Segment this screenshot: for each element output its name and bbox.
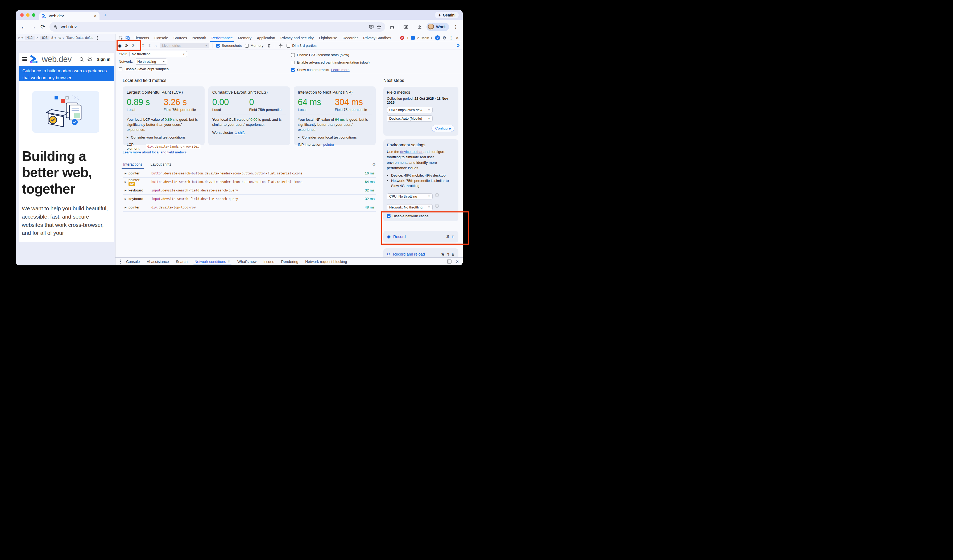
- network-throttle-select[interactable]: No throttling▼: [135, 59, 168, 65]
- info-icon[interactable]: i: [435, 193, 439, 197]
- drawer-close-icon[interactable]: ✕: [455, 259, 459, 264]
- css-selector-stats-checkbox[interactable]: Enable CSS selector stats (slow): [291, 53, 349, 57]
- custom-tracks-checkbox[interactable]: Show custom tracks Learn more: [291, 68, 349, 72]
- reload-button[interactable]: ⟳: [40, 24, 45, 30]
- drawer-menu-icon[interactable]: ⋮: [118, 259, 123, 264]
- search-tabs-icon[interactable]: [404, 25, 408, 29]
- close-window-button[interactable]: [20, 13, 24, 17]
- tab-console[interactable]: Console: [152, 34, 171, 42]
- tab-privacy-sandbox[interactable]: Privacy Sandbox: [360, 34, 394, 42]
- drawer-tab-rendering[interactable]: Rendering: [278, 258, 302, 265]
- tab-application[interactable]: Application: [254, 34, 278, 42]
- expand-icon[interactable]: ▶: [123, 189, 129, 192]
- new-tab-button[interactable]: +: [104, 12, 107, 18]
- throttle-dropdown[interactable]: ⇅ ▼: [58, 36, 64, 40]
- split-panel-icon[interactable]: [447, 259, 452, 264]
- target-selector[interactable]: Main▼: [421, 36, 433, 40]
- info-icon[interactable]: i: [435, 204, 439, 208]
- device-height-input[interactable]: 823: [40, 36, 50, 40]
- disable-js-samples-checkbox[interactable]: Disable JavaScript samples: [119, 67, 169, 71]
- device-toolbar-menu-icon[interactable]: ⋮: [95, 35, 100, 41]
- configure-button[interactable]: Configure: [431, 125, 455, 132]
- dim-3rd-parties-checkbox[interactable]: Dim 3rd parties: [287, 43, 317, 48]
- tab-lighthouse[interactable]: Lighthouse: [316, 34, 340, 42]
- site-brand[interactable]: web.dev: [42, 54, 76, 64]
- maximize-window-button[interactable]: [32, 13, 36, 17]
- devtools-close-icon[interactable]: ✕: [455, 36, 459, 40]
- tab-performance[interactable]: Performance: [209, 34, 235, 42]
- drawer-tab-close-icon[interactable]: ✕: [228, 260, 230, 263]
- tab-interactions[interactable]: Interactions: [123, 161, 143, 169]
- device-width-input[interactable]: 412: [25, 36, 34, 40]
- tab-network[interactable]: Network: [190, 34, 209, 42]
- back-button[interactable]: ←: [21, 24, 26, 30]
- theme-toggle-icon[interactable]: [87, 57, 93, 62]
- tab-layout-shifts[interactable]: Layout shifts: [150, 161, 172, 169]
- paint-instrumentation-checkbox[interactable]: Enable advanced paint instrumentation (s…: [291, 60, 369, 64]
- inp-interaction-link[interactable]: pointer: [323, 142, 334, 147]
- error-badge-icon[interactable]: ✕: [400, 36, 404, 40]
- extensions-icon[interactable]: [390, 25, 394, 29]
- load-profile-icon[interactable]: ↥: [141, 43, 145, 48]
- clear-interactions-icon[interactable]: ⊘: [372, 162, 376, 169]
- tab-memory[interactable]: Memory: [236, 34, 255, 42]
- drawer-tab-issues[interactable]: Issues: [260, 258, 278, 265]
- live-metrics-select[interactable]: Live metrics▼: [160, 43, 210, 48]
- interaction-row[interactable]: ▶ pointer button.devsite-search-button.d…: [123, 169, 376, 178]
- drawer-tab-network-conditions[interactable]: Network conditions ✕: [191, 258, 234, 265]
- site-search-icon[interactable]: [79, 57, 84, 62]
- drawer-tab-whats-new[interactable]: What's new: [234, 258, 260, 265]
- forward-button[interactable]: →: [31, 24, 36, 30]
- worst-cluster-link[interactable]: 1 shift: [235, 131, 245, 135]
- tab-close-icon[interactable]: ✕: [94, 14, 97, 18]
- bookmark-star-icon[interactable]: [376, 25, 382, 29]
- home-icon[interactable]: ⌂: [154, 43, 157, 48]
- env-network-select[interactable]: Network: No throttling▼: [387, 204, 433, 210]
- field-url-select[interactable]: URL: https://web.dev/▼: [387, 107, 433, 113]
- expand-icon[interactable]: ▶: [123, 181, 129, 183]
- sign-in-button[interactable]: Sign in: [96, 57, 110, 62]
- expand-icon[interactable]: ▶: [123, 172, 129, 175]
- expand-icon[interactable]: ▶: [123, 206, 129, 209]
- auto-reload-icon[interactable]: ↻: [435, 36, 440, 40]
- minimize-window-button[interactable]: [26, 13, 29, 17]
- device-toolbar-link[interactable]: device toolbar: [400, 150, 422, 154]
- tab-sources[interactable]: Sources: [171, 34, 190, 42]
- url-bar[interactable]: web.dev: [50, 22, 385, 32]
- tab-privacy-security[interactable]: Privacy and security: [278, 34, 316, 42]
- env-cpu-select[interactable]: CPU: No throttling▼: [387, 193, 433, 200]
- drawer-tab-ai-assistance[interactable]: AI assistance: [143, 258, 172, 265]
- interaction-row[interactable]: ▶ pointer INP button.devsite-search-butt…: [123, 178, 376, 186]
- downloads-icon[interactable]: [417, 25, 422, 29]
- site-settings-icon[interactable]: [53, 25, 58, 29]
- memory-checkbox[interactable]: Memory: [245, 43, 264, 48]
- interaction-row[interactable]: ▶ keyboard input.devsite-search-field.de…: [123, 195, 376, 203]
- interaction-row[interactable]: ▶ pointer div.devsite-top-logo-row 48 ms: [123, 203, 376, 212]
- drawer-tab-network-request-blocking[interactable]: Network request blocking: [302, 258, 351, 265]
- devtools-settings-icon[interactable]: ⚙: [442, 36, 446, 40]
- field-device-select[interactable]: Device: Auto (Mobile)▼: [387, 115, 433, 122]
- profile-chip[interactable]: Work: [427, 23, 449, 31]
- interaction-row[interactable]: ▶ keyboard input.devsite-search-field.de…: [123, 186, 376, 195]
- browser-tab[interactable]: web.dev ✕: [39, 12, 99, 20]
- expand-icon[interactable]: ▶: [123, 198, 129, 200]
- hamburger-menu-icon[interactable]: [22, 57, 27, 61]
- install-app-icon[interactable]: [369, 25, 374, 29]
- lcp-element-chip[interactable]: div.devsite-landing-row-ite…: [146, 144, 200, 149]
- collapse-tracks-icon[interactable]: [278, 43, 283, 48]
- devtools-menu-icon[interactable]: ⋮: [449, 35, 453, 41]
- inp-test-conditions-expand[interactable]: ▶ Consider your local test conditions: [298, 135, 372, 139]
- browser-menu-icon[interactable]: ⋮: [453, 24, 458, 30]
- zoom-dropdown[interactable]: 8 ▼: [51, 36, 56, 40]
- screenshots-checkbox[interactable]: Screenshots: [216, 43, 242, 48]
- garbage-collect-icon[interactable]: [267, 43, 272, 48]
- tab-recorder[interactable]: Recorder: [340, 34, 360, 42]
- learn-more-metrics-link[interactable]: Learn more about local and field metrics: [123, 150, 186, 154]
- save-profile-icon[interactable]: ↧: [148, 43, 151, 48]
- drawer-tab-search[interactable]: Search: [172, 258, 191, 265]
- capture-settings-icon[interactable]: ⚙: [456, 43, 460, 48]
- lcp-test-conditions-expand[interactable]: ▶ Consider your local test conditions: [127, 135, 200, 139]
- dimensions-dropdown[interactable]: ⌐ ▼: [18, 36, 23, 40]
- custom-tracks-learn-more-link[interactable]: Learn more: [331, 68, 349, 72]
- cpu-throttle-select[interactable]: No throttling▼: [129, 51, 187, 57]
